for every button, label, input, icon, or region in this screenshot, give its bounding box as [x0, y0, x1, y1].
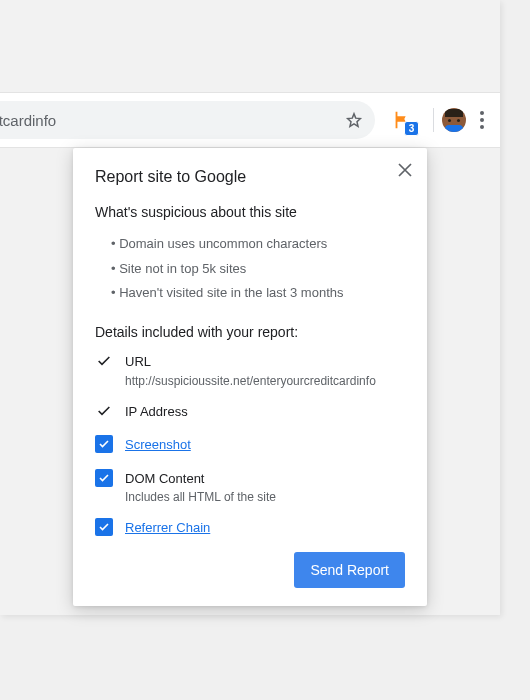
popup-title: Report site to Google	[95, 168, 405, 186]
reason-item: Domain uses uncommon characters	[111, 232, 405, 257]
detail-screenshot: Screenshot	[95, 435, 405, 455]
send-report-button[interactable]: Send Report	[294, 552, 405, 588]
popup-subtitle: What's suspicious about this site	[95, 204, 405, 220]
checkbox-checked-icon[interactable]	[95, 435, 113, 453]
checkbox-checked-icon[interactable]	[95, 469, 113, 487]
detail-dom: DOM Content Includes all HTML of the sit…	[95, 469, 405, 505]
browser-toolbar: litcardinfo 3	[0, 92, 500, 148]
toolbar-separator	[433, 108, 434, 132]
detail-dom-label: DOM Content	[125, 469, 405, 489]
detail-url: URL http://suspicioussite.net/enteryourc…	[95, 352, 405, 388]
reasons-list: Domain uses uncommon characters Site not…	[111, 232, 405, 306]
checkmark-icon	[95, 352, 113, 370]
detail-referrer: Referrer Chain	[95, 518, 405, 538]
detail-referrer-link[interactable]: Referrer Chain	[125, 518, 405, 538]
detail-ip-label: IP Address	[125, 402, 405, 422]
bookmark-star-icon[interactable]	[345, 111, 363, 129]
checkbox-checked-icon[interactable]	[95, 518, 113, 536]
flag-badge-count: 3	[404, 121, 419, 136]
flag-extension-icon[interactable]: 3	[389, 107, 415, 133]
detail-url-value: http://suspicioussite.net/enteryourcredi…	[125, 374, 405, 388]
detail-dom-sub: Includes all HTML of the site	[125, 490, 405, 504]
report-popup: Report site to Google What's suspicious …	[73, 148, 427, 606]
detail-screenshot-link[interactable]: Screenshot	[125, 435, 405, 455]
detail-ip: IP Address	[95, 402, 405, 422]
omnibox[interactable]: litcardinfo	[0, 101, 375, 139]
profile-avatar[interactable]	[442, 108, 466, 132]
detail-url-label: URL	[125, 352, 405, 372]
checkmark-icon	[95, 402, 113, 420]
reason-item: Haven't visited site in the last 3 month…	[111, 281, 405, 306]
reason-item: Site not in top 5k sites	[111, 257, 405, 282]
popup-actions: Send Report	[95, 552, 405, 588]
menu-kebab-icon[interactable]	[476, 107, 488, 133]
omnibox-url-fragment: litcardinfo	[0, 112, 56, 129]
details-title: Details included with your report:	[95, 324, 405, 340]
close-icon[interactable]	[395, 160, 415, 180]
